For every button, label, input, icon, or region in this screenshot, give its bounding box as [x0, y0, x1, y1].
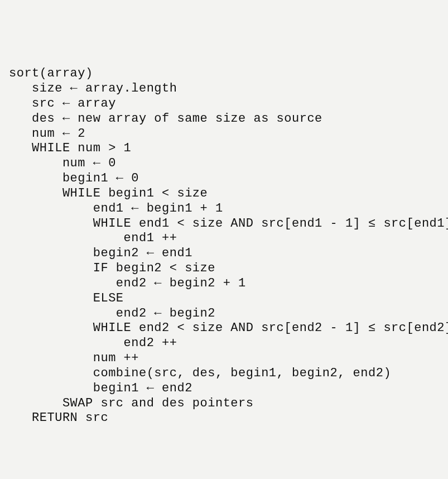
code-line: end2 ++: [9, 336, 439, 351]
code-line: WHILE num > 1: [9, 141, 439, 156]
code-line: WHILE end1 < size AND src[end1 - 1] ≤ sr…: [9, 217, 439, 232]
code-line: des ← new array of same size as source: [9, 112, 439, 127]
code-line: WHILE end2 < size AND src[end2 - 1] ≤ sr…: [9, 321, 439, 336]
pseudocode-block: sort(array) size ← array.length src ← ar…: [9, 66, 439, 426]
code-line: end1 ← begin1 + 1: [9, 202, 439, 217]
code-line: RETURN src: [9, 411, 439, 426]
code-line: src ← array: [9, 97, 439, 112]
code-line: SWAP src and des pointers: [9, 396, 439, 411]
code-line: size ← array.length: [9, 82, 439, 97]
code-line: sort(array): [9, 66, 439, 82]
code-line: WHILE begin1 < size: [9, 186, 439, 202]
code-line: begin1 ← end2: [9, 381, 439, 396]
code-line: num ++: [9, 351, 439, 366]
code-line: combine(src, des, begin1, begin2, end2): [9, 366, 439, 381]
code-line: begin2 ← end1: [9, 246, 439, 261]
code-line: begin1 ← 0: [9, 171, 439, 186]
code-line: end1 ++: [9, 231, 439, 246]
code-line: end2 ← begin2 + 1: [9, 276, 439, 291]
code-line: IF begin2 < size: [9, 261, 439, 276]
code-line: num ← 0: [9, 156, 439, 171]
code-line: ELSE: [9, 291, 439, 306]
code-line: num ← 2: [9, 127, 439, 142]
code-line: end2 ← begin2: [9, 306, 439, 322]
